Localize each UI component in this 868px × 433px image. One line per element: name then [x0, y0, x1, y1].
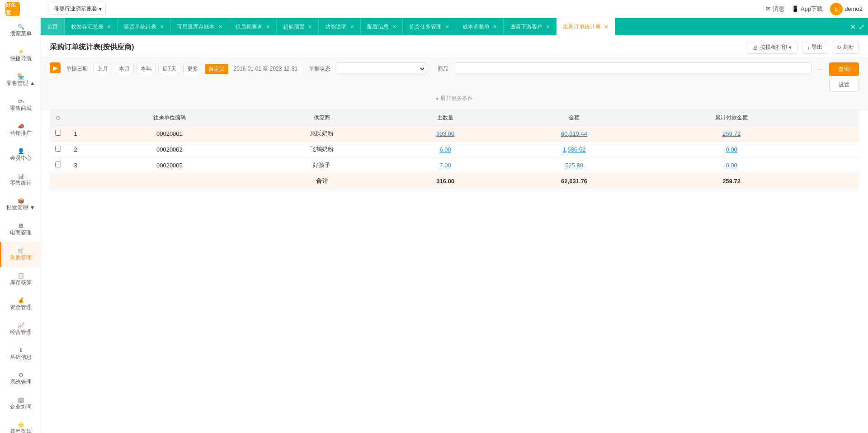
col-amount-header: 金额 — [502, 110, 646, 126]
sidebar-item-enterprise[interactable]: 🏢 企业协同 — [0, 391, 40, 416]
sidebar-item-label: 企业协同 — [4, 403, 38, 411]
table-settings-icon[interactable]: ⚙ — [56, 115, 61, 121]
tab-close-all-button[interactable]: ✕ — [850, 23, 856, 31]
messages-button[interactable]: ✉ 消息 — [766, 5, 784, 13]
tab-close-icon[interactable]: × — [308, 23, 312, 30]
row-paid[interactable]: 259.72 — [646, 126, 816, 142]
tab-close-icon[interactable]: × — [218, 23, 222, 30]
tab-close-icon[interactable]: × — [392, 23, 396, 30]
sidebar-item-inventory[interactable]: 📋 库存核算 — [0, 267, 40, 292]
tab-close-icon[interactable]: × — [160, 23, 164, 30]
tab-expiry[interactable]: 保质期查询 × — [229, 18, 277, 35]
settings-button[interactable]: 设置 — [829, 78, 859, 92]
tab-receivable[interactable]: 收发存汇总表 × — [65, 18, 118, 35]
tab-home[interactable]: 首页 — [41, 18, 65, 35]
goods-input[interactable] — [454, 62, 811, 75]
tab-close-icon[interactable]: × — [266, 23, 270, 30]
row-amount[interactable]: 1,586.52 — [502, 142, 646, 157]
row-quantity[interactable]: 303.00 — [389, 126, 502, 142]
row-checkbox[interactable] — [50, 157, 66, 173]
row-quantity[interactable]: 7.00 — [389, 157, 502, 173]
row-supplier: 惠氏奶粉 — [255, 126, 389, 142]
sidebar-item-operation[interactable]: 📈 经营管理 — [0, 317, 40, 342]
sidebar-item-member[interactable]: 👤 会员中心 — [0, 143, 40, 167]
export-button[interactable]: ↓ 导出 — [802, 41, 827, 54]
goods-more-icon[interactable]: ··· — [817, 64, 824, 74]
sidebar-item-quick-nav[interactable]: ⚡ 快捷导航 — [0, 43, 40, 68]
sidebar-item-search[interactable]: 🔍 搜索菜单 — [0, 18, 40, 43]
row-quantity[interactable]: 6.00 — [389, 142, 502, 157]
sidebar-item-label: 零售统计 — [4, 179, 38, 187]
sidebar-item-marketing[interactable]: 📣 营销推广 — [0, 118, 40, 143]
tab-invite-downstream[interactable]: 邀请下游客户 × — [504, 18, 557, 35]
query-button[interactable]: 查询 — [829, 62, 859, 76]
tab-close-icon[interactable]: × — [107, 23, 111, 30]
sidebar-item-basic-info[interactable]: ℹ 基础信息 — [0, 342, 40, 366]
sidebar-item-finance[interactable]: 💰 资金管理 — [0, 292, 40, 317]
date-btn-7days[interactable]: 近7天 — [158, 64, 180, 74]
row-paid[interactable]: 0.00 — [646, 142, 816, 157]
tab-fullscreen-button[interactable]: ⤢ — [859, 23, 864, 31]
sidebar-item-label: 新手引导 — [4, 428, 38, 433]
row-amount[interactable]: 60,519.44 — [502, 126, 646, 142]
tab-label: 采购订单统计表 — [563, 23, 601, 31]
date-btn-this-year[interactable]: 本年 — [137, 64, 156, 74]
tab-close-icon[interactable]: × — [445, 23, 449, 30]
row-amount[interactable]: 525.80 — [502, 157, 646, 173]
tab-function-desc[interactable]: 功能说明 × — [319, 18, 361, 35]
sidebar-item-ecommerce[interactable]: 🖥 电商管理 — [0, 217, 40, 242]
filter-row-1: 单据日期 上月 本月 本年 近7天 更多 自定义 2016-01-01 至 20… — [66, 62, 824, 75]
sidebar-item-retail[interactable]: 🏪 零售管理 ▲ — [0, 68, 40, 93]
app-download-button[interactable]: 📱 App下载 — [792, 5, 823, 13]
content-area: 首页 收发存汇总表 × 要货单统计表 × 可用量库存账本 × 保质期查询 × — [41, 18, 868, 433]
expand-more-bar[interactable]: ▾ 展开更多条件 — [50, 92, 859, 105]
workspace-selector[interactable]: 母婴行业演示账套 ▾ — [50, 3, 106, 15]
enterprise-icon: 🏢 — [4, 397, 38, 403]
sidebar-item-retail-stat[interactable]: 📊 零售统计 — [0, 167, 40, 192]
workspace-name: 母婴行业演示账套 — [54, 5, 97, 13]
tab-cost-adjust[interactable]: 成本调整单 × — [456, 18, 504, 35]
user-area[interactable]: E demo2 — [830, 3, 863, 15]
tab-inventory[interactable]: 可用量库存账本 × — [170, 18, 229, 35]
tab-label: 超储预警 — [283, 23, 305, 31]
status-select[interactable] — [336, 62, 426, 75]
sidebar-item-label: 电商管理 — [4, 229, 38, 237]
operation-icon: 📈 — [4, 322, 38, 328]
tab-purchase-summary[interactable]: 要货单统计表 × — [118, 18, 170, 35]
sidebar-item-retail-shop[interactable]: 🛍 零售商城 — [0, 93, 40, 118]
sidebar-item-wholesale[interactable]: 📦 批发管理 ▼ — [0, 192, 40, 217]
tab-close-icon[interactable]: × — [546, 23, 550, 30]
tab-close-icon[interactable]: × — [350, 23, 354, 30]
row-paid[interactable]: 0.00 — [646, 157, 816, 173]
row-checkbox[interactable] — [50, 142, 66, 157]
tab-config-info[interactable]: 配置信息 × — [361, 18, 403, 35]
top-right: ✉ 消息 📱 App下载 E demo2 — [766, 3, 863, 15]
print-icon: 🖨 — [753, 44, 758, 51]
sidebar-item-label: 批发管理 ▼ — [4, 204, 38, 212]
refresh-button[interactable]: ↻ 刷新 — [832, 41, 859, 54]
date-btn-this-month[interactable]: 本月 — [115, 64, 134, 74]
row-index: 3 — [66, 157, 85, 173]
logo-icon: 好生意 — [5, 2, 20, 16]
total-extra — [816, 173, 859, 189]
tab-picking-task[interactable]: 拣货任务管理 × — [403, 18, 456, 35]
user-name: demo2 — [844, 5, 863, 12]
sidebar-item-label: 会员中心 — [4, 154, 38, 162]
sidebar-item-purchase[interactable]: 🛒 采购管理 — [0, 242, 40, 267]
filter-expand-button[interactable]: ▶ — [50, 62, 61, 73]
date-btn-more[interactable]: 更多 — [183, 64, 202, 74]
expand-more-label: 展开更多条件 — [440, 95, 473, 102]
print-button[interactable]: 🖨 按模板打印 ▾ — [747, 41, 797, 54]
page-title-bar: 采购订单统计表(按供应商) 🖨 按模板打印 ▾ ↓ 导出 ↻ — [41, 35, 868, 58]
col-extra — [816, 110, 859, 126]
tab-purchase-order-stat[interactable]: 采购订单统计表 × — [557, 18, 615, 35]
date-btn-last-month[interactable]: 上月 — [93, 64, 112, 74]
tab-close-icon[interactable]: × — [604, 23, 608, 30]
row-checkbox[interactable] — [50, 126, 66, 142]
tab-overstock[interactable]: 超储预警 × — [277, 18, 319, 35]
sidebar-item-system[interactable]: ⚙ 系统管理 — [0, 366, 40, 391]
tab-close-icon[interactable]: × — [493, 23, 497, 30]
date-custom-badge[interactable]: 自定义 — [205, 64, 228, 74]
filter-divider-2 — [432, 64, 432, 73]
sidebar-item-new-guide[interactable]: 🌟 新手引导 — [0, 416, 40, 433]
